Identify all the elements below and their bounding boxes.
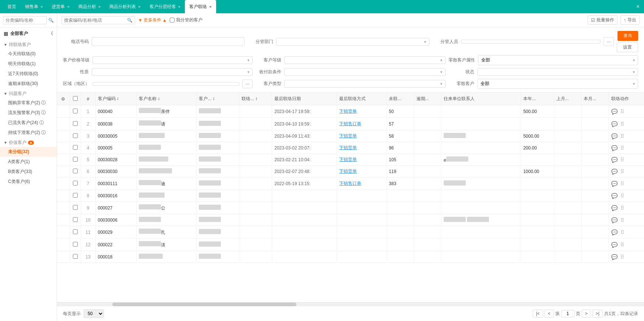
level-select[interactable]: ▾ — [284, 56, 445, 64]
next-page-btn[interactable]: > — [582, 310, 591, 318]
sidebar-item-churned[interactable]: 已流失客户(24) ⓘ — [0, 118, 57, 128]
td-check[interactable] — [70, 142, 81, 154]
sidebar-item-ungroup[interactable]: 未分组(32) — [0, 147, 57, 157]
tab-analysis-close[interactable]: × — [98, 4, 101, 9]
last-method-link[interactable]: 下销货单 — [339, 133, 357, 138]
my-customers-checkbox[interactable] — [170, 18, 175, 22]
row-checkbox[interactable] — [73, 193, 78, 198]
td-check[interactable] — [70, 226, 81, 239]
row-checkbox[interactable] — [73, 217, 78, 222]
select-all-checkbox[interactable] — [73, 96, 78, 101]
more-icon[interactable]: ⠿ — [620, 169, 624, 174]
sidebar-item-a-class[interactable]: A类客户(1) — [0, 157, 57, 167]
row-checkbox[interactable] — [73, 145, 78, 150]
th-overdue[interactable]: 逾期... — [414, 93, 441, 105]
sidebar-item-tomorrow[interactable]: 明天待联络(1) — [0, 59, 57, 69]
sidebar-search-input[interactable] — [3, 16, 47, 24]
gender-select[interactable]: ▾ — [92, 68, 253, 76]
th-type[interactable]: 客户... ↕ — [197, 93, 239, 105]
row-checkbox[interactable] — [73, 205, 78, 210]
more-conditions-btn[interactable]: ▼ 更多条件 ▲ — [138, 17, 167, 23]
row-checkbox[interactable] — [73, 254, 78, 259]
page-input[interactable] — [561, 310, 574, 317]
sidebar-item-today[interactable]: 今天待联络(0) — [0, 49, 57, 59]
sidebar-item-churning[interactable]: 流失预警客户(3) ⓘ — [0, 108, 57, 118]
per-page-select[interactable]: 50 100 — [84, 309, 104, 318]
tab-bar-global-close[interactable]: × — [636, 3, 640, 10]
tab-home[interactable]: 首页 — [3, 0, 21, 13]
region-select[interactable] — [92, 82, 239, 86]
main-search-icon[interactable]: 🔍 — [127, 18, 133, 23]
query-button[interactable]: 查询 — [617, 31, 638, 41]
phone-input[interactable] — [92, 37, 244, 46]
row-checkbox[interactable] — [73, 133, 78, 138]
row-checkbox[interactable] — [73, 121, 78, 126]
batch-operation-btn[interactable]: ☑ 批量操作 — [588, 15, 617, 25]
scrollbar-thumb[interactable] — [112, 303, 296, 306]
tab-customer-tier[interactable]: 客户分层经客 × — [145, 0, 185, 13]
td-check[interactable] — [70, 177, 81, 190]
row-checkbox[interactable] — [73, 109, 78, 113]
last-method-link[interactable]: 下销货单 — [339, 157, 357, 162]
more-icon[interactable]: ⠿ — [620, 121, 624, 127]
sidebar-group-value[interactable]: ▼ 价值客户 ● — [0, 138, 57, 147]
tab-sales-close[interactable]: × — [41, 4, 43, 9]
th-partners[interactable]: 往来单位联系人 — [441, 93, 521, 105]
sidebar-item-declining[interactable]: 持续下滑客户(2) ⓘ — [0, 128, 57, 138]
contact-icon[interactable]: 💬 — [611, 254, 617, 260]
sidebar-search-icon[interactable]: 🔍 — [48, 18, 54, 23]
contact-icon[interactable]: 💬 — [611, 205, 617, 211]
sidebar-item-c-class[interactable]: C类客户(6) — [0, 177, 57, 187]
payment-select[interactable]: ▾ — [284, 68, 445, 76]
td-check[interactable] — [70, 118, 81, 130]
tab-analysis[interactable]: 商品分析 × — [74, 0, 105, 13]
contact-icon[interactable]: 💬 — [611, 181, 617, 187]
sidebar-group-waiting[interactable]: ▼ 待联络客户 — [0, 40, 57, 49]
contact-icon[interactable]: 💬 — [611, 121, 617, 127]
td-check[interactable] — [70, 105, 81, 118]
contact-icon[interactable]: 💬 — [611, 169, 617, 174]
th-last-method[interactable]: 最后联络方式 — [337, 93, 387, 105]
th-this-year[interactable]: 本年... — [521, 93, 554, 105]
dept-select[interactable]: ▾ — [276, 38, 429, 46]
more-icon[interactable]: ⠿ — [620, 254, 624, 260]
contact-icon[interactable]: 💬 — [611, 229, 617, 235]
td-check[interactable] — [70, 154, 81, 166]
sidebar-item-hoarding[interactable]: 囤购异常客户(2) ⓘ — [0, 98, 57, 108]
more-icon[interactable]: ⠿ — [620, 157, 624, 163]
th-code[interactable]: 客户编码 ↕ — [95, 93, 136, 105]
tab-purchase[interactable]: 进货单 × — [47, 0, 74, 13]
td-check[interactable] — [70, 239, 81, 251]
th-settings[interactable]: ⚙ — [57, 93, 70, 105]
td-check[interactable] — [70, 202, 81, 214]
tab-sales[interactable]: 销售单 × — [21, 0, 47, 13]
more-icon[interactable]: ⠿ — [620, 193, 624, 199]
th-unlisted[interactable]: 未联... — [387, 93, 414, 105]
tab-customer-contact-close[interactable]: × — [209, 4, 211, 9]
more-icon[interactable]: ⠿ — [620, 242, 624, 248]
more-icon[interactable]: ⠿ — [620, 133, 624, 139]
last-method-link[interactable]: 下销货单 — [339, 169, 357, 174]
row-checkbox[interactable] — [73, 169, 78, 173]
tab-analysis-list[interactable]: 商品分析列表 × — [105, 0, 145, 13]
contact-icon[interactable]: 💬 — [611, 217, 617, 223]
more-icon[interactable]: ⠿ — [620, 217, 624, 223]
td-check[interactable] — [70, 166, 81, 177]
retail-attr-select[interactable]: 全部 ▾ — [478, 55, 638, 65]
contact-icon[interactable]: 💬 — [611, 145, 617, 151]
last-method-link[interactable]: 下销售订单 — [339, 181, 361, 186]
contact-icon[interactable]: 💬 — [611, 242, 617, 248]
row-checkbox[interactable] — [73, 242, 78, 247]
td-check[interactable] — [70, 190, 81, 202]
th-check[interactable] — [70, 93, 81, 105]
export-btn[interactable]: ↑ 导出 — [620, 15, 640, 25]
tab-analysis-list-close[interactable]: × — [138, 4, 140, 9]
sidebar-item-overdue[interactable]: 逾期未联络(30) — [0, 79, 57, 89]
contact-icon[interactable]: 💬 — [611, 157, 617, 163]
last-method-link[interactable]: 下销售订单 — [339, 121, 361, 126]
sidebar-group-problem[interactable]: ▼ 问题客户 — [0, 89, 57, 98]
more-icon[interactable]: ⠿ — [620, 229, 624, 235]
tab-purchase-close[interactable]: × — [67, 4, 69, 9]
tab-customer-contact[interactable]: 客户联络 × — [185, 0, 216, 13]
retail-select[interactable]: 全部 ▾ — [477, 79, 638, 89]
